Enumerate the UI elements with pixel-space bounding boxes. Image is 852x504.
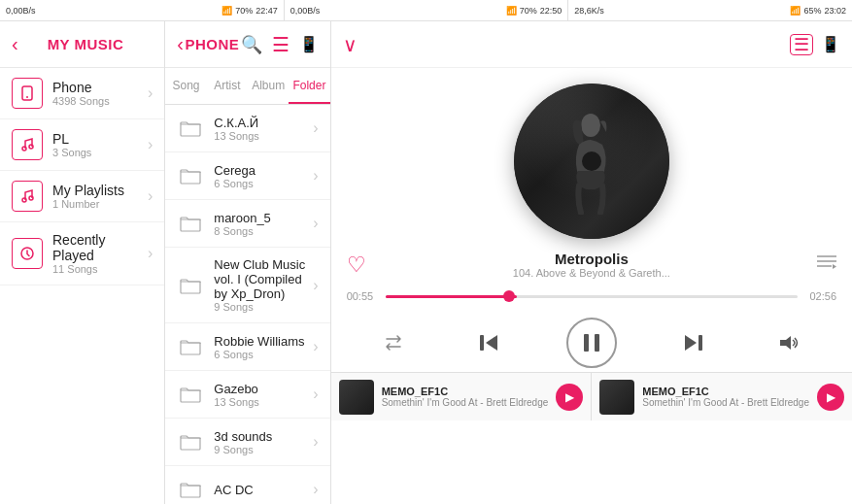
mini-play-right[interactable]: ▶: [817, 384, 844, 411]
svg-marker-11: [486, 335, 497, 351]
mini-sub-right: Somethin' I'm Good At - Brett Eldredge: [642, 397, 809, 408]
folder-sub-gazebo: 13 Songs: [214, 396, 313, 408]
status-left-3: 28,6K/s: [574, 6, 604, 16]
volume-button[interactable]: [771, 325, 806, 360]
folder-info-maroon5: maroon_5 8 Songs: [214, 211, 313, 237]
panel-mymusic: ‹ MY MUSIC Phone 4398 Songs ›: [0, 21, 165, 504]
mini-title-left: MEMO_EF1C: [382, 386, 549, 397]
folder-sub-3dsounds: 9 Songs: [214, 444, 313, 455]
folder-icon-gazebo: [177, 381, 204, 408]
tab-bar: Song Artist Album Folder: [165, 68, 329, 105]
search-icon[interactable]: 🔍: [241, 34, 262, 55]
mymusic-item-phone[interactable]: Phone 4398 Songs ›: [0, 68, 164, 119]
music-icon: [12, 129, 43, 160]
chevron-acdc: ›: [313, 481, 318, 498]
phone-title: PHONE: [184, 36, 241, 52]
folder-name-skay: С.К.А.Й: [214, 116, 313, 130]
phone-small-icon[interactable]: 📱: [299, 35, 319, 53]
chevron-maroon5: ›: [313, 215, 318, 232]
progress-thumb: [503, 290, 515, 302]
svg-rect-12: [480, 335, 484, 351]
list-item[interactable]: Robbie Williams 6 Songs ›: [165, 323, 329, 371]
svg-point-4: [22, 198, 26, 202]
folder-info-acdc: AC DC: [214, 483, 313, 497]
folder-sub-ncm: 9 Songs: [214, 301, 313, 313]
svg-point-3: [29, 145, 33, 149]
list-item[interactable]: С.К.А.Й 13 Songs ›: [165, 105, 329, 152]
mymusic-playlists-name: My Playlists: [52, 183, 148, 198]
status-time-2: 22:50: [540, 6, 562, 16]
back-button-phone[interactable]: ‹: [177, 33, 184, 55]
chevron-robbie: ›: [313, 338, 318, 355]
phone-header: ‹ PHONE 🔍 ☰ 📱: [165, 21, 329, 68]
chevron-skay: ›: [313, 119, 318, 137]
folder-name-ncm: New Club Music vol. I (Compiled by Xp_Dr…: [214, 257, 313, 301]
prev-button[interactable]: [471, 325, 506, 360]
status-bar-3: 28,6K/s 📶 65% 23:02: [568, 0, 852, 21]
list-item[interactable]: Gazebo 13 Songs ›: [165, 371, 329, 419]
list-item[interactable]: 3d sounds 9 Songs ›: [165, 419, 329, 466]
next-button[interactable]: [676, 325, 711, 360]
svg-point-5: [29, 196, 33, 200]
mymusic-item-recent[interactable]: Recently Played 11 Songs ›: [0, 222, 164, 286]
status-bar-1: 0,00B/s 📶 70% 22:47: [0, 0, 285, 21]
dropdown-arrow[interactable]: ∨: [343, 33, 358, 56]
player-track-info: ♡ Metropolis 104. Above & Beyond & Garet…: [331, 247, 852, 283]
status-bar-2: 0,00B/s 📶 70% 22:50: [285, 0, 569, 21]
mini-player-left[interactable]: MEMO_EF1C Somethin' I'm Good At - Brett …: [331, 373, 593, 420]
progress-fill: [386, 295, 518, 298]
mini-thumb-right: [599, 380, 634, 415]
list-item[interactable]: Сerega 6 Songs ›: [165, 152, 329, 200]
list-item[interactable]: maroon_5 8 Songs ›: [165, 200, 329, 248]
chevron-3dsounds: ›: [313, 433, 318, 451]
mini-player-right[interactable]: MEMO_EF1C Somethin' I'm Good At - Brett …: [592, 373, 852, 420]
tab-folder[interactable]: Folder: [289, 68, 329, 104]
svg-rect-14: [595, 334, 599, 352]
svg-point-2: [22, 147, 26, 151]
folder-info-cerega: Сerega 6 Songs: [214, 163, 313, 189]
folder-icon-skay: [177, 115, 204, 142]
mymusic-item-pl[interactable]: PL 3 Songs ›: [0, 119, 164, 171]
player-menu-icon[interactable]: ☰: [790, 34, 813, 55]
folder-icon-ncm: [177, 272, 204, 299]
back-button-mymusic[interactable]: ‹: [12, 33, 18, 55]
player-top-bar: ∨ ☰ 📱: [331, 21, 852, 68]
mymusic-phone-sub: 4398 Songs: [52, 95, 148, 107]
playlist-icon: [12, 181, 43, 212]
repeat-button[interactable]: [376, 325, 411, 360]
folder-name-acdc: AC DC: [214, 483, 313, 497]
pause-button[interactable]: [566, 318, 617, 368]
mini-title-right: MEMO_EF1C: [642, 386, 809, 397]
album-art: [514, 84, 669, 239]
mini-play-left[interactable]: ▶: [556, 384, 583, 411]
folder-list: С.К.А.Й 13 Songs › Сerega 6 Songs ›: [165, 105, 329, 504]
tab-album[interactable]: Album: [248, 68, 289, 104]
chevron-cerega: ›: [313, 167, 318, 185]
main-content: ‹ MY MUSIC Phone 4398 Songs ›: [0, 21, 852, 504]
mymusic-phone-info: Phone 4398 Songs: [52, 80, 148, 107]
player-controls: [331, 310, 852, 372]
folder-icon-acdc: [177, 476, 204, 503]
folder-icon-maroon5: [177, 210, 204, 237]
status-left-1: 0,00B/s: [6, 6, 36, 16]
mymusic-recent-sub: 11 Songs: [52, 263, 148, 275]
mymusic-item-playlists[interactable]: My Playlists 1 Number ›: [0, 171, 164, 222]
folder-name-cerega: Сerega: [214, 163, 313, 178]
folder-icon-cerega: [177, 162, 204, 189]
progress-bar[interactable]: [386, 295, 798, 298]
list-item[interactable]: AC DC ›: [165, 466, 329, 504]
list-item[interactable]: New Club Music vol. I (Compiled by Xp_Dr…: [165, 248, 329, 323]
queue-button[interactable]: [817, 254, 836, 275]
mini-thumb-left: [339, 380, 374, 415]
folder-sub-maroon5: 8 Songs: [214, 225, 313, 237]
heart-button[interactable]: ♡: [347, 252, 366, 278]
folder-icon-3dsounds: [177, 428, 204, 455]
player-phone-icon[interactable]: 📱: [821, 35, 840, 53]
mymusic-playlists-sub: 1 Number: [52, 198, 148, 210]
tab-artist[interactable]: Artist: [207, 68, 248, 104]
status-battery-2: 70%: [520, 6, 537, 16]
menu-icon[interactable]: ☰: [272, 33, 290, 56]
track-name: Metropolis: [366, 251, 817, 267]
tab-song[interactable]: Song: [165, 68, 206, 104]
status-bars: 0,00B/s 📶 70% 22:47 0,00B/s 📶 70% 22:50 …: [0, 0, 852, 21]
